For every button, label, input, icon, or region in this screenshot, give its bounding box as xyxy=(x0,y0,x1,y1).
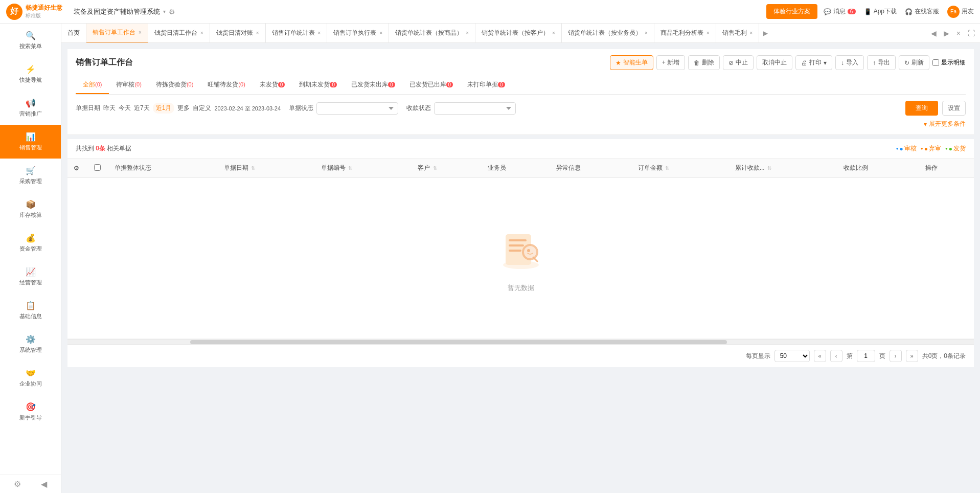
first-page-button[interactable]: « xyxy=(814,350,826,362)
app-download-button[interactable]: 📱 App下载 xyxy=(864,7,897,16)
tab-product-margin-close-icon[interactable]: × xyxy=(706,30,710,36)
tab-sales-workbench-close-icon[interactable]: × xyxy=(139,30,142,35)
horizontal-scrollbar[interactable] xyxy=(67,339,974,344)
tab-home[interactable]: 首页 xyxy=(61,24,86,43)
sidebar-item-operations[interactable]: 📈 经营管理 xyxy=(0,260,61,294)
select-all-checkbox[interactable] xyxy=(94,164,101,171)
ship-action-link[interactable]: ● 发货 xyxy=(945,144,966,153)
tab-cash-daily-close-icon[interactable]: × xyxy=(200,30,203,36)
per-page-select[interactable]: 10 20 50 100 xyxy=(774,350,810,362)
settings-bottom-icon[interactable]: ⚙ xyxy=(14,479,21,489)
sidebar-item-enterprise[interactable]: 🤝 企业协同 xyxy=(0,361,61,395)
tab-sales-summary-product-close-icon[interactable]: × xyxy=(466,30,469,36)
filter-tab-shipped-out[interactable]: 已发货已出库0 xyxy=(402,76,461,94)
tab-sales-workbench[interactable]: 销售订单工作台 × xyxy=(86,24,148,43)
stop-button[interactable]: ⊘ 中止 xyxy=(723,55,754,70)
page-number-input[interactable] xyxy=(857,350,875,362)
industry-solution-button[interactable]: 体验行业方案 xyxy=(766,4,817,19)
tab-close-all-icon[interactable]: × xyxy=(953,28,964,38)
col-settings[interactable]: ⚙ xyxy=(67,159,88,178)
add-button[interactable]: + 新增 xyxy=(656,55,685,70)
tab-sales-stats-close-icon[interactable]: × xyxy=(318,30,321,36)
show-detail-checkbox[interactable] xyxy=(932,59,939,66)
filter-tab-not-printed[interactable]: 未打印单据0 xyxy=(460,76,512,94)
sidebar-item-basic[interactable]: 📋 基础信息 xyxy=(0,294,61,327)
online-service-button[interactable]: 🎧 在线客服 xyxy=(905,7,939,16)
print-button[interactable]: 🖨 打印 ▾ xyxy=(795,55,832,70)
audit-action-link[interactable]: ● 审核 xyxy=(896,144,917,153)
scroll-thumb[interactable] xyxy=(190,340,727,344)
tab-sales-summary-product[interactable]: 销货单统计表（按商品） × xyxy=(389,24,475,43)
messages-button[interactable]: 💬 消息 6 xyxy=(824,7,856,16)
col-date[interactable]: 单据日期 ⇅ xyxy=(218,159,315,178)
tab-sales-exec[interactable]: 销售订单执行表 × xyxy=(327,24,389,43)
filter-tab-all[interactable]: 全部(0) xyxy=(76,76,109,94)
delete-button[interactable]: 🗑 删除 xyxy=(688,55,720,70)
tab-sales-stats[interactable]: 销售订单统计表 × xyxy=(266,24,328,43)
filter-tab-overdue[interactable]: 到期未发货0 xyxy=(292,76,344,94)
tab-action-prev-icon[interactable]: ◀ xyxy=(928,28,940,38)
col-number[interactable]: 单据编号 ⇅ xyxy=(315,159,412,178)
filter-tab-pending-inspect[interactable]: 待拣货验货(0) xyxy=(149,76,200,94)
filter-tab-pending[interactable]: 待审核(0) xyxy=(109,76,148,94)
sidebar-item-search[interactable]: 🔍 搜索菜单 xyxy=(0,24,61,57)
col-check[interactable] xyxy=(88,159,108,178)
query-button[interactable]: 查询 xyxy=(905,101,938,116)
settings-col-icon[interactable]: ⚙ xyxy=(74,165,79,172)
filter-date-custom[interactable]: 自定义 xyxy=(193,104,211,113)
settings-icon[interactable]: ⚙ xyxy=(169,8,175,16)
system-title-chevron-icon[interactable]: ▾ xyxy=(163,9,166,14)
print-dropdown-icon[interactable]: ▾ xyxy=(824,59,827,66)
sidebar-item-quick-label: 快捷导航 xyxy=(19,76,42,84)
tab-sales-profit[interactable]: 销售毛利 × xyxy=(716,24,760,43)
filter-tab-not-shipped[interactable]: 未发货0 xyxy=(253,76,292,94)
sidebar-item-sales[interactable]: 📊 销售管理 xyxy=(0,125,61,159)
tab-action-next-icon[interactable]: ▶ xyxy=(941,28,952,38)
show-detail-toggle[interactable]: 显示明细 xyxy=(932,58,966,67)
settings-filter-button[interactable]: 设置 xyxy=(942,101,966,116)
expand-more-button[interactable]: ▾ 展开更多条件 xyxy=(924,120,966,128)
filter-date-today[interactable]: 今天 xyxy=(119,104,131,113)
tab-product-margin[interactable]: 商品毛利分析表 × xyxy=(654,24,716,43)
tab-maximize-icon[interactable]: ⛶ xyxy=(965,28,978,38)
tab-cash-daily[interactable]: 钱货日清工作台 × xyxy=(148,24,210,43)
sidebar-item-finance[interactable]: 💰 资金管理 xyxy=(0,226,61,260)
filter-date-7days[interactable]: 近7天 xyxy=(134,104,150,113)
tab-sales-profit-close-icon[interactable]: × xyxy=(750,30,753,36)
tab-sales-summary-staff[interactable]: 销货单统计表（按业务员） × xyxy=(562,24,654,43)
sidebar-item-guide[interactable]: 🎯 新手引导 xyxy=(0,395,61,429)
tab-sales-summary-customer-close-icon[interactable]: × xyxy=(552,30,555,36)
tab-sales-exec-close-icon[interactable]: × xyxy=(379,30,382,36)
tab-sales-summary-customer[interactable]: 销货单统计表（按客户） × xyxy=(475,24,562,43)
sidebar-item-purchase[interactable]: 🛒 采购管理 xyxy=(0,159,61,192)
sidebar-item-quick[interactable]: ⚡ 快捷导航 xyxy=(0,57,61,91)
filter-status-select[interactable] xyxy=(316,102,398,115)
sidebar-item-inventory[interactable]: 📦 库存核算 xyxy=(0,192,61,226)
tab-cash-reconcile[interactable]: 钱货日清对账 × xyxy=(210,24,266,43)
smart-create-button[interactable]: ★ 智能生单 xyxy=(610,55,653,70)
filter-date-more[interactable]: 更多 xyxy=(177,104,190,113)
collapse-icon[interactable]: ◀ xyxy=(41,479,47,489)
filter-payment-select[interactable] xyxy=(434,102,516,115)
export-button[interactable]: ↑ 导出 xyxy=(867,55,896,70)
filter-tab-shipped-not-out[interactable]: 已发货未出库0 xyxy=(344,76,402,94)
tab-cash-reconcile-close-icon[interactable]: × xyxy=(256,30,259,36)
last-page-button[interactable]: » xyxy=(906,350,918,362)
user-area[interactable]: Ea 用友 xyxy=(947,6,974,18)
filter-date-yesterday[interactable]: 昨天 xyxy=(103,104,116,113)
refresh-button[interactable]: ↻ 刷新 xyxy=(899,55,929,70)
cancel-stop-button[interactable]: 取消中止 xyxy=(757,55,792,70)
col-amount[interactable]: 订单金额 ⇅ xyxy=(632,159,729,178)
prev-page-button[interactable]: ‹ xyxy=(830,350,842,362)
next-page-button[interactable]: › xyxy=(890,350,902,362)
discard-action-link[interactable]: ● 弃审 xyxy=(921,144,941,153)
col-collected[interactable]: 累计收款... ⇅ xyxy=(729,159,837,178)
filter-date-1month[interactable]: 近1月 xyxy=(153,103,175,114)
sidebar-item-marketing[interactable]: 📢 营销推广 xyxy=(0,91,61,125)
sidebar-item-system[interactable]: ⚙️ 系统管理 xyxy=(0,327,61,361)
col-customer[interactable]: 客户 ⇅ xyxy=(412,159,482,178)
tab-sales-summary-staff-close-icon[interactable]: × xyxy=(645,30,648,36)
filter-tab-wangpu[interactable]: 旺铺待发货(0) xyxy=(200,76,252,94)
import-button[interactable]: ↓ 导入 xyxy=(835,55,864,70)
tab-more-button[interactable]: ▶ xyxy=(759,30,772,37)
